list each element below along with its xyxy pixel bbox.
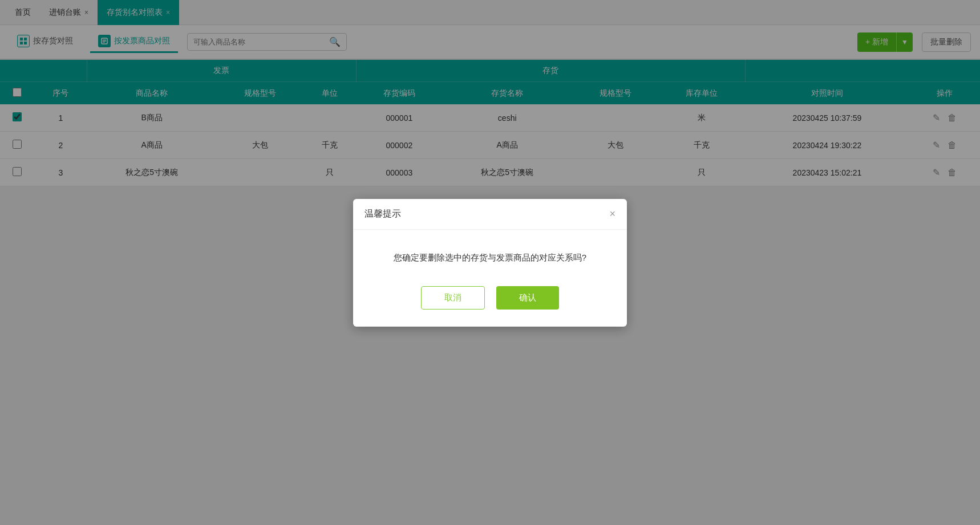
modal-cancel-button[interactable]: 取消 (421, 286, 485, 310)
modal-close-button[interactable]: × (609, 208, 615, 220)
modal-confirm-button[interactable]: 确认 (496, 286, 559, 310)
modal-overlay: 温馨提示 × 您确定要删除选中的存货与发票商品的对应关系吗? 取消 确认 (0, 0, 980, 525)
modal-title: 温馨提示 (365, 208, 401, 220)
modal-header: 温馨提示 × (353, 199, 627, 230)
modal-body: 您确定要删除选中的存货与发票商品的对应关系吗? (353, 230, 627, 280)
modal-footer: 取消 确认 (353, 280, 627, 327)
modal: 温馨提示 × 您确定要删除选中的存货与发票商品的对应关系吗? 取消 确认 (353, 199, 627, 327)
modal-message: 您确定要删除选中的存货与发票商品的对应关系吗? (394, 253, 586, 262)
